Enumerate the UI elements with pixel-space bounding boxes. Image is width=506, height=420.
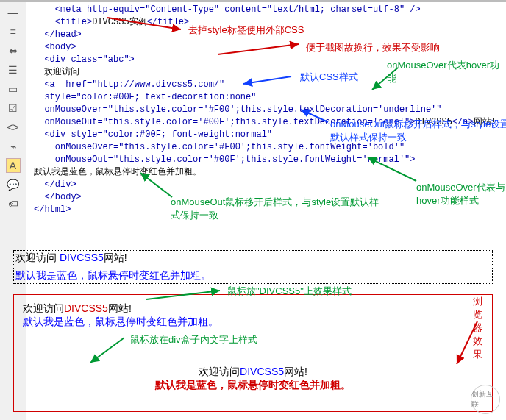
align-icon[interactable]: ≡ (6, 24, 21, 39)
preview-area: 欢迎访问 DIVCSS5网站! 默认我是蓝色，鼠标悬停时变红色并加粗。 DIVC… (13, 250, 493, 412)
list-icon[interactable]: ☰ (6, 63, 21, 77)
code-line: <body> (34, 41, 506, 54)
code-line: </html> (34, 204, 506, 216)
code-line: 默认我是蓝色，鼠标悬停时变红色并加粗。 (34, 166, 506, 179)
text: 欢迎访问 (23, 302, 64, 314)
key-icon[interactable]: ⌁ (6, 139, 21, 154)
result-group: 欢迎访问DIVCSS5网站! 默认我是蓝色，鼠标悬停时变红色并加粗。 (23, 366, 483, 392)
svg-line-7 (146, 291, 220, 299)
annotation: 浏览器效果 (473, 295, 488, 361)
code-line: onMouseOut="this.style.color='#00F';this… (34, 116, 506, 129)
result-line-hover: 默认我是蓝色，鼠标悬停时变红色并加粗。 (23, 379, 483, 392)
preview-line-2: 默认我是蓝色，鼠标悬停时变红色并加粗。 (13, 268, 493, 284)
text: 欢迎访问 (199, 366, 240, 377)
text: 网站! (104, 252, 127, 263)
code-line: <meta http-equiv="Content-Type" content=… (34, 4, 506, 16)
line-icon[interactable]: ― (6, 5, 21, 20)
expand-icon[interactable]: ⇔ (6, 43, 21, 58)
annotation: 鼠标放在div盒子内文字上样式 (130, 333, 257, 346)
annotation: 鼠标放"DIVCSS5"上效果样式 (227, 285, 352, 298)
watermark-logo: 创新互联 (471, 385, 500, 414)
text: 欢迎访问 (15, 252, 57, 263)
code-icon[interactable]: <> (6, 120, 21, 135)
text: 网站! (108, 302, 132, 314)
result-line: 默认我是蓝色，鼠标悬停时变红色并加粗。 (23, 316, 483, 329)
tag-icon[interactable]: 🏷 (6, 196, 21, 211)
code-line: 欢迎访问 (34, 66, 506, 79)
link-text[interactable]: DIVCSS5 (60, 252, 104, 263)
code-line: style="color:#00F; text-decoration:none" (34, 91, 506, 104)
comment-icon[interactable]: 💬 (6, 177, 21, 192)
font-icon[interactable]: A (6, 158, 21, 173)
link-text[interactable]: DIVCSS5 (240, 366, 284, 377)
code-line: <a href="http://www.divcss5.com/" (34, 79, 506, 91)
result-line: 欢迎访问DIVCSS5网站! (23, 302, 483, 316)
preview-line-1: 欢迎访问 DIVCSS5网站! (13, 250, 493, 266)
code-line: onMouseOut="this.style.color='#00F';this… (34, 154, 506, 166)
code-line: </body> (34, 191, 506, 204)
code-line: </div> (34, 179, 506, 191)
text: 网站! (284, 366, 307, 377)
folder-icon[interactable]: ▭ (6, 82, 21, 96)
code-editor[interactable]: <meta http-equiv="Content-Type" content=… (26, 2, 506, 236)
code-line: onMouseOver="this.style.color='#F00';thi… (34, 141, 506, 154)
code-line: onMouseOver="this.style.color='#F00';thi… (34, 104, 506, 116)
link-hover[interactable]: DIVCSS5 (64, 302, 108, 314)
svg-line-8 (90, 338, 124, 363)
code-line: <title>DIVCSS5实例</title> (34, 16, 506, 29)
task-icon[interactable]: ☑ (6, 101, 21, 115)
result-box: 鼠标放"DIVCSS5"上效果样式 欢迎访问DIVCSS5网站! 默认我是蓝色，… (13, 294, 493, 412)
code-line: <div style="color:#00F; font-weight:norm… (34, 129, 506, 141)
code-line: </head> (34, 29, 506, 41)
result-line: 欢迎访问DIVCSS5网站! (23, 366, 483, 379)
code-line: <div class="abc"> (34, 54, 506, 66)
